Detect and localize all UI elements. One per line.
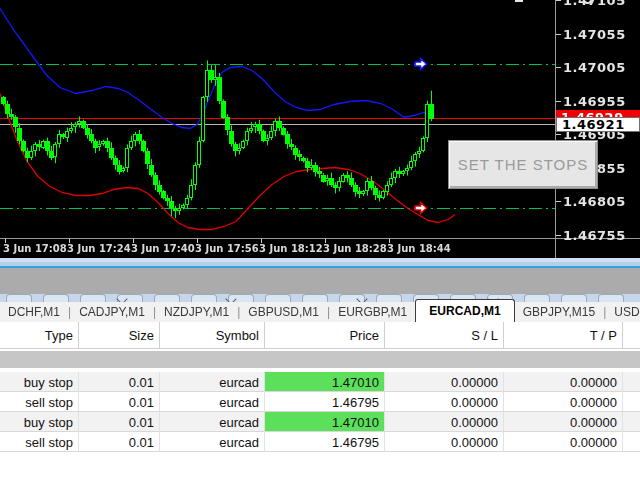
order-row-buy-stop[interactable]: buy stop0.01eurcad1.470100.000000.00000 — [0, 372, 640, 392]
column-header-type[interactable]: Type — [0, 322, 79, 348]
column-header-tp[interactable]: T / P — [504, 322, 623, 348]
cell-sl[interactable]: 0.00000 — [385, 412, 504, 432]
price-axis-label: 1.46755 — [563, 229, 626, 242]
cell-price[interactable]: 1.46795 — [265, 432, 385, 452]
price-axis-label: 1.47005 — [563, 61, 626, 74]
trade-orders-table: TypeSizeSymbolPriceS / LT / P buy stop0.… — [0, 322, 640, 452]
chart-window: 1.471051.470551.470051.469551.469051.468… — [0, 0, 640, 258]
price-axis-label: 1.46805 — [563, 195, 626, 208]
bid-price-badge: 1.46921 — [556, 117, 640, 132]
cell-price[interactable]: 1.46795 — [265, 392, 385, 412]
time-axis-label: 3 Jun 18:28 — [323, 243, 387, 254]
time-axis-label: 3 Jun 17:24 — [67, 243, 131, 254]
tab-strip-decoration — [154, 294, 180, 302]
tab-strip-decoration — [6, 294, 32, 302]
tab-strip-decoration — [43, 294, 69, 302]
mt4-terminal: 1.471051.470551.470051.469551.469051.468… — [0, 0, 640, 480]
tab-strip-decoration — [302, 294, 328, 302]
cell-tp[interactable]: 0.00000 — [504, 392, 623, 412]
set-the-stops-button[interactable]: SET THE STOPS — [448, 140, 598, 189]
cell-type[interactable]: sell stop — [0, 392, 79, 412]
tab-strip-decoration — [376, 294, 402, 302]
cell-tp[interactable]: 0.00000 — [504, 432, 623, 452]
column-header-spacer[interactable] — [623, 322, 640, 348]
buy-stop-arrow-marker-icon[interactable] — [414, 57, 428, 71]
chart-tab-eurgbp-m1[interactable]: EURGBP,M1 — [330, 302, 415, 322]
cell-spacer[interactable] — [623, 372, 640, 392]
tab-strip-decoration — [598, 294, 624, 302]
chart-tab-usdcad-[interactable]: USDCAD, — [606, 302, 640, 322]
column-header-symbol[interactable]: Symbol — [160, 322, 265, 348]
orders-table-header: TypeSizeSymbolPriceS / LT / P — [0, 322, 640, 349]
tab-strip-decoration — [524, 294, 550, 302]
cell-symbol[interactable]: eurcad — [160, 432, 265, 452]
column-header-size[interactable]: Size — [79, 322, 160, 348]
orders-table-body: buy stop0.01eurcad1.470100.000000.00000s… — [0, 372, 640, 452]
cell-spacer[interactable] — [623, 412, 640, 432]
chart-tab-gbpusd-m1[interactable]: GBPUSD,M1 — [240, 302, 327, 322]
tab-strip-decoration — [191, 294, 217, 302]
cell-tp[interactable]: 0.00000 — [504, 412, 623, 432]
time-axis-label: 3 Jun 18:44 — [387, 243, 451, 254]
cell-price[interactable]: 1.47010 — [265, 372, 385, 392]
cell-sl[interactable]: 0.00000 — [385, 432, 504, 452]
orders-group-separator-bar — [0, 351, 640, 368]
order-row-sell-stop[interactable]: sell stop0.01eurcad1.467950.000000.00000 — [0, 432, 640, 452]
time-axis-label: 3 Jun 18:12 — [259, 243, 323, 254]
tab-strip-decoration — [80, 294, 106, 302]
candlestick-chart-plot[interactable] — [0, 0, 640, 258]
chart-tab-nzdjpy-m1[interactable]: NZDJPY,M1 — [156, 302, 237, 322]
price-axis-label: 1.47055 — [563, 28, 626, 41]
chart-tab-cadjpy-m1[interactable]: CADJPY,M1 — [71, 302, 153, 322]
cell-size[interactable]: 0.01 — [79, 392, 160, 412]
cell-sl[interactable]: 0.00000 — [385, 372, 504, 392]
cell-spacer[interactable] — [623, 432, 640, 452]
time-axis-label: 3 Jun 17:08 — [3, 243, 67, 254]
tab-strip-decoration — [561, 294, 587, 302]
sell-stop-arrow-marker-icon[interactable] — [414, 201, 428, 215]
chart-tab-eurcad-m1[interactable]: EURCAD,M1 — [415, 299, 514, 322]
cell-type[interactable]: buy stop — [0, 412, 79, 432]
price-axis-label: 1.47105 — [563, 0, 626, 7]
orders-group-separator-row — [0, 351, 640, 372]
time-axis-label: 3 Jun 17:56 — [195, 243, 259, 254]
cell-size[interactable]: 0.01 — [79, 412, 160, 432]
cell-price[interactable]: 1.47010 — [265, 412, 385, 432]
tab-strip-decoration — [265, 294, 291, 302]
order-row-sell-stop[interactable]: sell stop0.01eurcad1.467950.000000.00000 — [0, 392, 640, 412]
column-header-price[interactable]: Price — [265, 322, 385, 348]
clipped-toolbar-icon-fragment — [515, 0, 523, 2]
column-header-sl[interactable]: S / L — [385, 322, 504, 348]
workspace-background — [0, 268, 640, 294]
chart-tab-gbpjpy-m15[interactable]: GBPJPY,M15 — [515, 302, 603, 322]
cell-symbol[interactable]: eurcad — [160, 372, 265, 392]
chart-tabs-bar: DCHF,M1|CADJPY,M1|NZDJPY,M1|GBPUSD,M1|EU… — [0, 302, 640, 322]
cell-type[interactable]: sell stop — [0, 432, 79, 452]
price-axis-label: 1.46955 — [563, 95, 626, 108]
cell-type[interactable]: buy stop — [0, 372, 79, 392]
cell-size[interactable]: 0.01 — [79, 432, 160, 452]
cell-symbol[interactable]: eurcad — [160, 412, 265, 432]
cell-tp[interactable]: 0.00000 — [504, 372, 623, 392]
chart-tab-dchf-m1[interactable]: DCHF,M1 — [0, 302, 68, 322]
cell-size[interactable]: 0.01 — [79, 372, 160, 392]
cell-spacer[interactable] — [623, 392, 640, 412]
order-row-buy-stop[interactable]: buy stop0.01eurcad1.470100.000000.00000 — [0, 412, 640, 432]
chart-tabs-strip-decoration — [0, 294, 640, 302]
cell-symbol[interactable]: eurcad — [160, 392, 265, 412]
cell-sl[interactable]: 0.00000 — [385, 392, 504, 412]
time-axis-label: 3 Jun 17:40 — [131, 243, 195, 254]
